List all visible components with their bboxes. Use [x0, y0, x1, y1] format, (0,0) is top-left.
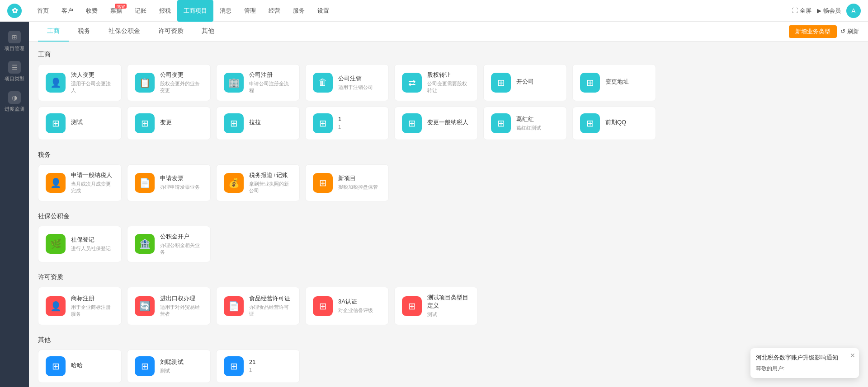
equity-icon: ⇄	[402, 73, 422, 93]
nav-home[interactable]: 首页	[31, 0, 55, 22]
nav-message[interactable]: 消息	[213, 0, 238, 22]
card-apply-taxpayer[interactable]: 👤 申请一般纳税人 当月或次月成变更完成	[38, 164, 122, 201]
card-equity-transfer[interactable]: ⇄ 股权转让 公司变更需要股权转让	[394, 64, 478, 101]
main-content: 工商 税务 社保公积金 许可资质 其他 新增业务类型 ↺ 刷新 工商 👤 法人变…	[29, 22, 868, 387]
nav-items: 首页 客户 收费 票据 new 记账 报税 工商项目 消息 管理 经营 服务 设…	[31, 0, 792, 22]
card-bianGeng[interactable]: ⊞ 变更	[127, 107, 211, 140]
card-change-address[interactable]: ⊞ 变更地址	[572, 64, 656, 101]
nav-fee[interactable]: 收费	[80, 0, 104, 22]
tab-other[interactable]: 其他	[193, 22, 223, 42]
tab-xuke[interactable]: 许可资质	[149, 22, 193, 42]
food-icon: 📄	[224, 296, 244, 316]
gongshang-cards-grid-2: ⊞ 测试 ⊞ 变更 ⊞ 拉拉 ⊞	[38, 107, 859, 140]
card-apply-invoice[interactable]: 📄 申请发票 办理申请发票业务	[127, 164, 211, 201]
21-icon: ⊞	[224, 356, 244, 376]
fullscreen-btn[interactable]: ⛶ 全屏	[792, 7, 811, 15]
liucong-icon: ⊞	[135, 356, 155, 376]
card-new-project[interactable]: ⊞ 新项目 报税加税控盘保管	[305, 164, 389, 201]
card-food-license[interactable]: 📄 食品经营许可证 办理食品经营许可证	[216, 287, 300, 325]
one-icon: ⊞	[313, 113, 333, 133]
nav-operation[interactable]: 经营	[262, 0, 287, 22]
card-change-taxpayer[interactable]: ⊞ 变更一般纳税人	[394, 107, 478, 140]
progress-icon: ◑	[8, 91, 21, 104]
member-btn[interactable]: ▶ 畅会员	[817, 7, 841, 15]
nav-biz-project[interactable]: 工商项目	[177, 0, 213, 22]
nav-settings[interactable]: 设置	[311, 0, 335, 22]
tab-gongshang[interactable]: 工商	[38, 22, 69, 42]
card-legal-change[interactable]: 👤 法人变更 适用于公司变更法人	[38, 64, 122, 101]
gehonghong-icon: ⊞	[491, 113, 511, 133]
sidebar: ⊞ 项目管理 ☰ 项目类型 ◑ 进度监测	[0, 22, 29, 387]
housing-icon: 🏦	[135, 234, 155, 254]
notification-close-btn[interactable]: ✕	[850, 352, 855, 359]
project-type-icon: ☰	[8, 61, 21, 74]
refresh-icon: ↺	[840, 28, 845, 35]
card-social-insurance[interactable]: 🌿 社保登记 进行人员社保登记	[38, 226, 122, 263]
card-test[interactable]: ⊞ 测试	[38, 107, 122, 140]
card-haha[interactable]: ⊞ 哈哈	[38, 350, 122, 383]
test-type-icon: ⊞	[402, 296, 422, 316]
notification-body: 尊敬的用户:	[756, 364, 854, 373]
social-icon: 🌿	[46, 234, 66, 254]
sidebar-item-project-manage[interactable]: ⊞ 项目管理	[0, 26, 29, 56]
card-gehonghong[interactable]: ⊞ 葛红红 葛红红测试	[483, 107, 567, 140]
content-area: 工商 👤 法人变更 适用于公司变更法人 📋 公司变更 股权变更外的业务变更 🏢	[29, 42, 868, 387]
card-housing-fund[interactable]: 🏦 公积金开户 办理公积金相关业务	[127, 226, 211, 263]
card-21[interactable]: ⊞ 21 1	[216, 350, 300, 383]
new-badge: new	[115, 4, 127, 9]
qianqi-icon: ⊞	[580, 113, 600, 133]
xuke-cards-grid: 👤 商标注册 用于企业商标注册服务 🔄 进出口权办理 适用于对外贸易经营者 📄 …	[38, 287, 859, 325]
project-manage-icon: ⊞	[8, 31, 21, 43]
nav-customer[interactable]: 客户	[55, 0, 80, 22]
refresh-button[interactable]: ↺ 刷新	[840, 28, 859, 36]
section-title-shuiwu: 税务	[38, 151, 859, 159]
section-title-xuke: 许可资质	[38, 273, 859, 281]
nav-bookkeeping[interactable]: 记账	[128, 0, 153, 22]
top-nav: ✿ 首页 客户 收费 票据 new 记账 报税 工商项目 消息 管理 经营 服务…	[0, 0, 868, 22]
address-icon: ⊞	[580, 73, 600, 93]
member-icon: ▶	[817, 7, 821, 14]
new-project-icon: ⊞	[313, 173, 333, 193]
user-avatar[interactable]: A	[846, 4, 861, 18]
taxpayer-icon: ⊞	[402, 113, 422, 133]
legal-change-icon: 👤	[46, 73, 66, 93]
open-company-icon: ⊞	[491, 73, 511, 93]
notification-popup: ✕ 河北税务数字账户升级影响通知 尊敬的用户:	[750, 348, 859, 378]
new-type-button[interactable]: 新增业务类型	[789, 25, 837, 38]
shuiwu-cards-grid: 👤 申请一般纳税人 当月或次月成变更完成 📄 申请发票 办理申请发票业务 💰 税…	[38, 164, 859, 201]
sidebar-item-progress[interactable]: ◑ 进度监测	[0, 87, 29, 117]
card-open-company[interactable]: ⊞ 开公司	[483, 64, 567, 101]
card-lala[interactable]: ⊞ 拉拉	[216, 107, 300, 140]
card-company-register[interactable]: 🏢 公司注册 申请公司注册全流程	[216, 64, 300, 101]
nav-tax[interactable]: 报税	[153, 0, 177, 22]
card-tax-bookkeeping[interactable]: 💰 税务报道+记账 拿到营业执照的新公司	[216, 164, 300, 201]
nav-right: ⛶ 全屏 ▶ 畅会员 A	[792, 4, 861, 18]
card-one[interactable]: ⊞ 1 1	[305, 107, 389, 140]
card-3a[interactable]: ⊞ 3A认证 对企业信誉评级	[305, 287, 389, 325]
card-company-change[interactable]: 📋 公司变更 股权变更外的业务变更	[127, 64, 211, 101]
card-import-export[interactable]: 🔄 进出口权办理 适用于对外贸易经营者	[127, 287, 211, 325]
card-test-type[interactable]: ⊞ 测试项目类型目定义 测试	[394, 287, 478, 325]
haha-icon: ⊞	[46, 356, 66, 376]
company-change-icon: 📋	[135, 73, 155, 93]
nav-ticket[interactable]: 票据 new	[104, 0, 128, 22]
sidebar-item-project-type[interactable]: ☰ 项目类型	[0, 56, 29, 87]
nav-manage[interactable]: 管理	[238, 0, 262, 22]
company-cancel-icon: 🗑	[313, 73, 333, 93]
card-company-cancel[interactable]: 🗑 公司注销 适用于注销公司	[305, 64, 389, 101]
section-title-gongshang: 工商	[38, 51, 859, 59]
logo: ✿	[7, 4, 22, 18]
gongshang-cards-grid: 👤 法人变更 适用于公司变更法人 📋 公司变更 股权变更外的业务变更 🏢 公司注…	[38, 64, 859, 101]
card-liucong[interactable]: ⊞ 刘聪测试 测试	[127, 350, 211, 383]
trademark-icon: 👤	[46, 296, 66, 316]
invoice-icon: 📄	[135, 173, 155, 193]
tax-bookkeeping-icon: 💰	[224, 173, 244, 193]
section-title-other: 其他	[38, 336, 859, 344]
notification-title: 河北税务数字账户升级影响通知	[756, 354, 854, 362]
tab-shuiwu[interactable]: 税务	[69, 22, 99, 42]
3a-icon: ⊞	[313, 296, 333, 316]
nav-service[interactable]: 服务	[287, 0, 311, 22]
card-qianqi[interactable]: ⊞ 前期QQ	[572, 107, 656, 140]
card-trademark[interactable]: 👤 商标注册 用于企业商标注册服务	[38, 287, 122, 325]
tab-shebao[interactable]: 社保公积金	[99, 22, 149, 42]
